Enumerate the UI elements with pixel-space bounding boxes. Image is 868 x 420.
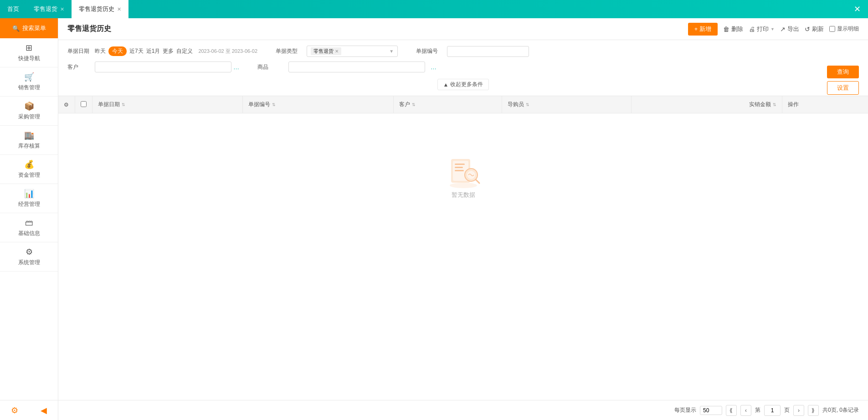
voucher-type-tag-close[interactable]: ✕: [335, 49, 339, 54]
date-shortcut-today[interactable]: 今天: [108, 46, 127, 56]
page-unit: 页: [784, 406, 790, 414]
next-page-button[interactable]: ›: [793, 405, 804, 416]
date-shortcut-custom[interactable]: 自定义: [176, 47, 193, 55]
date-range-display: 2023-06-02 至 2023-06-02: [198, 48, 257, 55]
tab-retail-return-history-close[interactable]: ✕: [117, 6, 121, 12]
empty-text: 暂无数据: [452, 191, 475, 199]
voucher-type-field: 单据类型 零售退货 ✕ ▼: [276, 46, 398, 57]
refresh-icon: ↺: [805, 26, 810, 33]
content-area: 零售退货历史 + 新增 🗑 删除 🖨 打印 ▼ ↗ 导出 ↺: [58, 18, 868, 420]
filter-row-customer: 客户 … 商品 …: [67, 61, 859, 72]
tab-home-label: 首页: [7, 5, 19, 13]
tab-retail-return-close[interactable]: ✕: [60, 6, 64, 12]
tab-retail-return[interactable]: 零售退货 ✕: [26, 0, 72, 18]
operations-icon: 📊: [24, 189, 34, 199]
th-guide-sort-icon: ⇅: [526, 102, 529, 107]
date-filter-label: 单据日期: [67, 47, 95, 55]
settings-bottom-icon[interactable]: ⚙: [11, 405, 18, 415]
display-detail-checkbox-area[interactable]: 显示明细: [829, 25, 859, 33]
th-amount-sort-icon: ⇅: [773, 102, 776, 107]
goods-ellipsis-btn[interactable]: …: [431, 64, 437, 71]
goods-input[interactable]: [288, 61, 425, 72]
filter-row-date: 单据日期 昨天 今天 近7天 近1月 更多 自定义 2023-06-02 至 2…: [67, 46, 859, 57]
sidebar-item-system-mgmt-label: 系统管理: [18, 259, 40, 266]
customer-filter-label: 客户: [67, 63, 95, 71]
display-detail-checkbox[interactable]: [829, 26, 835, 32]
export-button[interactable]: ↗ 导出: [780, 25, 799, 33]
print-label: 打印: [757, 25, 769, 33]
voucher-type-chevron: ▼: [389, 49, 394, 54]
per-page-select[interactable]: 10 20 50 100: [700, 406, 722, 415]
date-shortcut-1month[interactable]: 近1月: [146, 47, 160, 55]
header-actions: + 新增 🗑 删除 🖨 打印 ▼ ↗ 导出 ↺ 刷新: [688, 23, 859, 36]
th-amount[interactable]: 实销金额 ⇅: [631, 96, 782, 113]
th-settings[interactable]: ⚙: [58, 96, 75, 113]
tab-retail-return-history-label: 零售退货历史: [79, 5, 114, 13]
svg-rect-3: [455, 164, 465, 165]
collapse-button[interactable]: ▲ 收起更多条件: [437, 79, 489, 90]
th-no-label: 单据编号: [248, 101, 270, 108]
voucher-type-select[interactable]: 零售退货 ✕ ▼: [307, 46, 398, 57]
settings-button[interactable]: 设置: [827, 81, 859, 95]
th-no[interactable]: 单据编号 ⇅: [243, 96, 394, 113]
new-button[interactable]: + 新增: [688, 23, 718, 36]
customer-ellipsis-btn[interactable]: …: [233, 64, 239, 71]
sidebar-item-purchase-mgmt[interactable]: 📦 采购管理: [0, 97, 58, 126]
sidebar-item-purchase-mgmt-label: 采购管理: [18, 113, 40, 121]
th-customer[interactable]: 客户 ⇅: [394, 96, 502, 113]
th-date-sort-icon: ⇅: [122, 102, 125, 107]
th-guide[interactable]: 导购员 ⇅: [502, 96, 631, 113]
date-shortcut-more[interactable]: 更多: [163, 47, 174, 55]
goods-label: 商品: [257, 63, 285, 71]
voucher-type-label: 单据类型: [276, 47, 303, 55]
first-page-button[interactable]: ⟪: [726, 405, 737, 416]
export-label: 导出: [787, 25, 799, 33]
pagination-bar: 每页显示 10 20 50 100 ⟪ ‹ 第 页 › ⟫ 共0页, 0条记录: [58, 400, 868, 420]
tab-home[interactable]: 首页: [0, 0, 26, 18]
svg-rect-4: [455, 167, 463, 168]
table-settings-icon[interactable]: ⚙: [64, 102, 69, 108]
th-action: 操作: [782, 96, 868, 113]
inventory-icon: 🏬: [24, 130, 34, 140]
sidebar-search-label: 搜索菜单: [22, 24, 46, 32]
print-button[interactable]: 🖨 打印 ▼: [749, 25, 775, 33]
sidebar-item-sales-mgmt[interactable]: 🛒 销售管理: [0, 67, 58, 97]
sidebar-item-system-mgmt[interactable]: ⚙ 系统管理: [0, 242, 58, 271]
goods-field: 商品 …: [257, 61, 437, 72]
date-shortcut-yesterday[interactable]: 昨天: [95, 47, 106, 55]
page-title: 零售退货历史: [67, 24, 111, 34]
refresh-button[interactable]: ↺ 刷新: [805, 25, 824, 33]
last-page-button[interactable]: ⟫: [808, 405, 819, 416]
th-customer-label: 客户: [399, 101, 410, 108]
prev-page-button[interactable]: ‹: [740, 405, 751, 416]
sidebar-item-quick-nav[interactable]: ⊞ 快捷导航: [0, 38, 58, 67]
voucher-no-input[interactable]: [447, 46, 529, 57]
th-date[interactable]: 单据日期 ⇅: [92, 96, 243, 113]
sidebar-search-button[interactable]: 🔍 搜索菜单: [0, 18, 58, 38]
collapse-up-icon: ▲: [443, 82, 449, 88]
date-shortcut-7days[interactable]: 近7天: [129, 47, 144, 55]
tab-retail-return-history[interactable]: 零售退货历史 ✕: [72, 0, 128, 18]
delete-button[interactable]: 🗑 删除: [723, 25, 743, 33]
data-table: ⚙ 单据日期 ⇅ 单据编号: [58, 96, 868, 236]
sidebar-item-operations[interactable]: 📊 经营管理: [0, 184, 58, 213]
search-icon: 🔍: [12, 25, 20, 32]
sidebar-bottom: ⚙ ◀: [0, 400, 58, 420]
sidebar-item-sales-mgmt-label: 销售管理: [18, 84, 40, 92]
window-close-button[interactable]: ✕: [847, 4, 868, 14]
sidebar-item-finance[interactable]: 💰 资金管理: [0, 155, 58, 184]
th-checkbox[interactable]: [75, 96, 92, 113]
sales-mgmt-icon: 🛒: [24, 72, 34, 82]
page-input[interactable]: [764, 405, 781, 416]
voucher-no-label: 单据编号: [416, 47, 443, 55]
sidebar-item-base-info[interactable]: 🗃 基础信息: [0, 213, 58, 242]
collapse-sidebar-icon[interactable]: ◀: [41, 405, 47, 415]
query-settings-area: 查询 设置: [827, 66, 859, 95]
main-layout: 🔍 搜索菜单 ⊞ 快捷导航 🛒 销售管理 📦 采购管理 🏬 库存核算 💰: [0, 18, 868, 420]
sidebar-item-inventory[interactable]: 🏬 库存核算: [0, 126, 58, 155]
page-header: 零售退货历史 + 新增 🗑 删除 🖨 打印 ▼ ↗ 导出 ↺: [58, 18, 868, 40]
customer-input[interactable]: [95, 61, 231, 72]
query-button[interactable]: 查询: [827, 66, 859, 78]
th-amount-label: 实销金额: [749, 101, 771, 108]
select-all-checkbox[interactable]: [81, 101, 87, 107]
